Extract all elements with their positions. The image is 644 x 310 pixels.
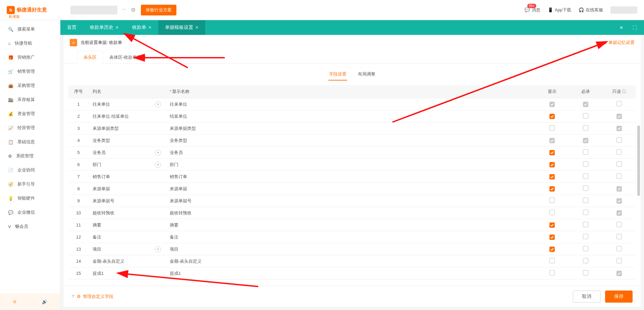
sub-tab[interactable]: 布局调整 (357, 68, 376, 81)
checkbox[interactable] (583, 258, 588, 263)
checkbox[interactable] (583, 186, 588, 191)
settings-icon[interactable]: ⚙ (13, 299, 17, 304)
manage-custom-fields-link[interactable]: ⚙ 管理自定义字段 (77, 294, 113, 300)
cell-display[interactable]: 来源单据号 (166, 195, 535, 207)
close-icon[interactable]: ✕ (115, 25, 119, 30)
checkbox[interactable] (616, 126, 622, 131)
close-all-icon[interactable]: ✕ (616, 22, 627, 33)
cell-display[interactable]: 金额-表头自定义 (166, 255, 535, 267)
checkbox[interactable] (583, 125, 588, 131)
cell-display[interactable]: 业务员 (166, 147, 535, 159)
checkbox[interactable] (583, 234, 588, 239)
sidebar-item-bag[interactable]: 👜采购管理 (0, 79, 60, 93)
close-icon[interactable]: ✕ (195, 25, 199, 30)
area-tab[interactable]: 表体区-收款单明细 (103, 51, 152, 64)
plus-icon[interactable]: + (155, 101, 161, 107)
checkbox[interactable] (549, 150, 555, 155)
tab-首页[interactable]: 首页 (60, 20, 83, 35)
sidebar-item-info[interactable]: 📋基础信息 (0, 135, 60, 149)
user-menu[interactable] (610, 6, 637, 14)
cell-display[interactable]: 来源单据类型 (166, 122, 535, 135)
checkbox[interactable] (549, 174, 555, 179)
sound-icon[interactable]: 🔊 (42, 299, 47, 304)
checkbox[interactable] (616, 186, 622, 192)
checkbox[interactable] (583, 138, 588, 143)
cell-display[interactable]: 结算单位 (166, 110, 535, 122)
sidebar-item-wechat[interactable]: 💬企业微信 (0, 205, 60, 219)
close-icon[interactable]: ✕ (148, 25, 152, 30)
checkbox[interactable] (549, 162, 555, 167)
sidebar-item-report[interactable]: 📈经营管理 (0, 121, 60, 135)
checkbox[interactable] (616, 149, 622, 155)
checkbox[interactable] (583, 161, 588, 167)
cell-display[interactable]: 项目 (166, 243, 535, 255)
org-selector[interactable] (70, 6, 117, 14)
help-icon[interactable]: ? (72, 294, 74, 299)
cell-display[interactable]: 摘要 (166, 219, 535, 231)
checkbox[interactable] (549, 235, 555, 240)
experience-button[interactable]: 体验行业方案 (141, 5, 176, 15)
help-icon[interactable]: ⓘ (622, 89, 626, 94)
checkbox[interactable] (549, 222, 555, 228)
checkbox[interactable] (616, 173, 622, 179)
sidebar-item-sys[interactable]: ⚙系统管理 (0, 149, 60, 163)
app-download-button[interactable]: 📱 App下载 (548, 7, 571, 13)
sidebar-item-search[interactable]: 🔍搜索菜单 (0, 22, 60, 36)
fullscreen-icon[interactable]: ⛶ (629, 22, 640, 33)
checkbox[interactable] (583, 113, 588, 118)
memory-settings-button[interactable]: ⚙ 单据记忆设置 (603, 40, 635, 46)
checkbox[interactable] (616, 198, 622, 204)
sidebar-item-money[interactable]: 💰资金管理 (0, 107, 60, 121)
sub-tab[interactable]: 字段设置 (328, 68, 347, 81)
checkbox[interactable] (583, 210, 588, 215)
sidebar-item-vip[interactable]: V畅会员 (0, 219, 60, 234)
sidebar-item-gift[interactable]: 🎁营销推广 (0, 50, 60, 64)
collapse-toggle-icon[interactable]: » (70, 39, 77, 46)
messages-button[interactable]: 💬 消息 99+ (525, 7, 540, 13)
sidebar-item-stock[interactable]: 🏬库存核算 (0, 93, 60, 107)
checkbox[interactable] (583, 102, 588, 107)
checkbox[interactable] (549, 210, 555, 215)
cancel-button[interactable]: 取消 (573, 291, 600, 303)
plus-icon[interactable]: + (155, 162, 161, 168)
checkbox[interactable] (616, 161, 622, 167)
sidebar-item-enterprise[interactable]: 📄企业协同 (0, 163, 60, 177)
checkbox[interactable] (583, 246, 588, 251)
cell-display[interactable]: 往来单位 (166, 98, 535, 110)
checkbox[interactable] (616, 210, 622, 216)
checkbox[interactable] (549, 270, 555, 275)
chevron-down-icon[interactable]: ﹀ (122, 7, 126, 13)
checkbox[interactable] (549, 114, 555, 119)
checkbox[interactable] (583, 198, 588, 203)
checkbox[interactable] (616, 114, 622, 119)
checkbox[interactable] (616, 137, 622, 143)
scrollbar[interactable] (637, 125, 640, 196)
cell-display[interactable]: 业务类型 (166, 135, 535, 147)
sidebar-item-home[interactable]: ⌂快捷导航 (0, 36, 60, 50)
checkbox[interactable] (549, 198, 555, 203)
checkbox[interactable] (549, 125, 555, 131)
checkbox[interactable] (549, 186, 555, 192)
checkbox[interactable] (583, 173, 588, 179)
checkbox[interactable] (616, 258, 622, 263)
checkbox[interactable] (583, 222, 588, 227)
checkbox[interactable] (616, 246, 622, 251)
checkbox[interactable] (549, 102, 555, 107)
tab-收款单历史[interactable]: 收款单历史✕ (83, 20, 125, 35)
plus-icon[interactable]: + (155, 246, 161, 252)
cell-display[interactable]: 提成1 (166, 267, 535, 279)
checkbox[interactable] (616, 222, 622, 227)
cell-display[interactable]: 来源单据 (166, 183, 535, 195)
cell-display[interactable]: 超收转预收 (166, 207, 535, 219)
sidebar-item-cart[interactable]: 🛒销售管理 (0, 64, 60, 79)
plus-icon[interactable]: + (155, 150, 161, 156)
tab-收款单[interactable]: 收款单✕ (125, 20, 158, 35)
checkbox[interactable] (549, 138, 555, 143)
gear-icon[interactable]: ⚙ (131, 7, 136, 13)
cell-display[interactable]: 备注 (166, 231, 535, 243)
cell-display[interactable]: 销售订单 (166, 171, 535, 183)
checkbox[interactable] (549, 258, 555, 263)
sidebar-item-hw[interactable]: 💡智能硬件 (0, 191, 60, 205)
checkbox[interactable] (583, 149, 588, 155)
checkbox[interactable] (616, 234, 622, 239)
